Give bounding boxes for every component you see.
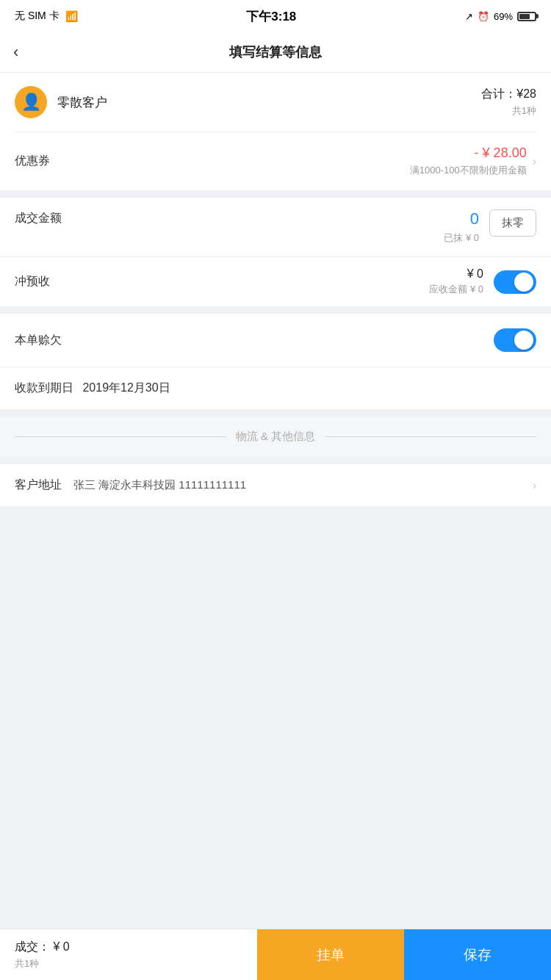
battery-percent: 69% bbox=[494, 11, 513, 22]
bottom-info: 成交： ¥ 0 共1种 bbox=[0, 929, 257, 980]
address-row[interactable]: 客户地址 张三 海淀永丰科技园 11111111111 › bbox=[0, 464, 551, 506]
customer-name: 零散客户 bbox=[57, 94, 107, 111]
coupon-info: - ¥ 28.00 满1000-100不限制使用金额 bbox=[410, 145, 527, 177]
customer-total: 合计：¥28 bbox=[481, 87, 536, 102]
bottom-count: 共1种 bbox=[15, 957, 242, 970]
date-label: 收款到期日 bbox=[15, 381, 73, 394]
prepay-value: ¥ 0 bbox=[429, 267, 483, 281]
location-icon: ↗ bbox=[465, 11, 473, 22]
deal-label: 成交： bbox=[15, 940, 50, 953]
logistics-section: 物流 & 其他信息 bbox=[0, 417, 551, 457]
amount-right: 0 已抹 ¥ 0 抹零 bbox=[444, 209, 536, 245]
customer-count: 共1种 bbox=[481, 104, 536, 118]
amount-info: 0 已抹 ¥ 0 bbox=[444, 209, 479, 245]
amount-label: 成交金额 bbox=[15, 209, 62, 226]
logistics-line-right bbox=[325, 436, 536, 437]
debt-label: 本单赊欠 bbox=[15, 333, 62, 348]
amount-sub: 已抹 ¥ 0 bbox=[444, 231, 479, 245]
date-row[interactable]: 收款到期日 2019年12月30日 bbox=[0, 367, 551, 409]
save-button[interactable]: 保存 bbox=[404, 929, 551, 980]
content-spacer bbox=[0, 514, 551, 660]
amount-row: 成交金额 0 已抹 ¥ 0 抹零 bbox=[0, 198, 551, 256]
address-chevron-icon: › bbox=[533, 479, 536, 492]
address-card: 客户地址 张三 海淀永丰科技园 11111111111 › bbox=[0, 464, 551, 506]
bottom-deal: 成交： ¥ 0 bbox=[15, 940, 242, 955]
debt-toggle-knob bbox=[514, 331, 533, 350]
debt-toggle[interactable] bbox=[494, 328, 536, 352]
prepay-row: 冲预收 ¥ 0 应收金额 ¥ 0 bbox=[0, 256, 551, 306]
prepay-toggle[interactable] bbox=[494, 270, 536, 294]
amount-value[interactable]: 0 bbox=[444, 209, 479, 228]
customer-card: 👤 零散客户 合计：¥28 共1种 优惠券 - ¥ 28.00 满1000-10… bbox=[0, 73, 551, 190]
toggle-knob bbox=[514, 273, 533, 292]
content-area: 👤 零散客户 合计：¥28 共1种 优惠券 - ¥ 28.00 满1000-10… bbox=[0, 73, 551, 660]
coupon-description: 满1000-100不限制使用金额 bbox=[410, 164, 527, 177]
wifi-icon: 📶 bbox=[65, 10, 78, 22]
prepay-right: ¥ 0 应收金额 ¥ 0 bbox=[429, 267, 536, 296]
customer-left: 👤 零散客户 bbox=[15, 86, 107, 118]
coupon-label: 优惠券 bbox=[15, 154, 50, 169]
battery-icon bbox=[517, 12, 536, 21]
status-time: 下午3:18 bbox=[246, 8, 296, 25]
logistics-divider: 物流 & 其他信息 bbox=[0, 417, 551, 457]
transaction-card: 成交金额 0 已抹 ¥ 0 抹零 冲预收 ¥ 0 应收金额 ¥ 0 bbox=[0, 198, 551, 306]
customer-avatar: 👤 bbox=[15, 86, 47, 118]
logistics-text: 物流 & 其他信息 bbox=[236, 430, 315, 444]
back-button[interactable]: ‹ bbox=[13, 43, 18, 62]
nav-bar: ‹ 填写结算等信息 bbox=[0, 32, 551, 73]
customer-row: 👤 零散客户 合计：¥28 共1种 bbox=[0, 73, 551, 131]
coupon-row[interactable]: 优惠券 - ¥ 28.00 满1000-100不限制使用金额 › bbox=[0, 132, 551, 190]
customer-right: 合计：¥28 共1种 bbox=[481, 87, 536, 118]
chevron-right-icon: › bbox=[533, 155, 536, 168]
avatar-icon: 👤 bbox=[21, 93, 41, 112]
bottom-bar: 成交： ¥ 0 共1种 挂单 保存 bbox=[0, 929, 551, 980]
debt-card: 本单赊欠 收款到期日 2019年12月30日 bbox=[0, 314, 551, 409]
address-label: 客户地址 bbox=[15, 478, 62, 493]
round-button[interactable]: 抹零 bbox=[489, 209, 536, 237]
prepay-amount: ¥ 0 应收金额 ¥ 0 bbox=[429, 267, 483, 296]
status-bar: 无 SIM 卡 📶 下午3:18 ↗ ⏰ 69% bbox=[0, 0, 551, 32]
coupon-right: - ¥ 28.00 满1000-100不限制使用金额 › bbox=[410, 145, 536, 177]
prepay-sub: 应收金额 ¥ 0 bbox=[429, 283, 483, 296]
status-left: 无 SIM 卡 📶 bbox=[15, 10, 78, 23]
deal-value: ¥ 0 bbox=[53, 940, 69, 953]
hang-button[interactable]: 挂单 bbox=[257, 929, 404, 980]
prepay-label: 冲预收 bbox=[15, 274, 50, 289]
alarm-icon: ⏰ bbox=[478, 11, 489, 22]
coupon-discount: - ¥ 28.00 bbox=[410, 145, 527, 161]
debt-row: 本单赊欠 bbox=[0, 314, 551, 367]
page-title: 填写结算等信息 bbox=[229, 43, 322, 61]
logistics-line-left bbox=[15, 436, 226, 437]
date-value: 2019年12月30日 bbox=[82, 381, 170, 394]
address-value: 张三 海淀永丰科技园 11111111111 bbox=[73, 478, 533, 492]
no-sim-text: 无 SIM 卡 bbox=[15, 10, 60, 23]
status-right: ↗ ⏰ 69% bbox=[465, 11, 536, 22]
